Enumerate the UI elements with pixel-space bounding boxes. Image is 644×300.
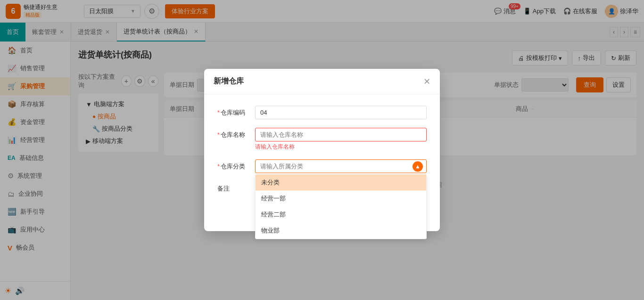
dropdown-item-0[interactable]: 未分类 bbox=[256, 175, 426, 191]
modal-close-btn[interactable]: ✕ bbox=[423, 77, 430, 86]
dropdown-item-1[interactable]: 经营一部 bbox=[256, 191, 426, 207]
code-field-row: 仓库编码 bbox=[217, 106, 427, 119]
name-field-row: 仓库名称 请输入仓库名称 bbox=[217, 128, 427, 151]
dropdown-item-2[interactable]: 经营二部 bbox=[256, 207, 426, 223]
category-control: ▲ 未分类 经营一部 经营二部 物业部 bbox=[255, 159, 427, 173]
category-dropdown-btn[interactable]: ▲ bbox=[413, 161, 423, 172]
modal-body: 仓库编码 仓库名称 请输入仓库名称 仓库分类 ▲ bbox=[204, 94, 440, 195]
name-label: 仓库名称 bbox=[217, 128, 255, 139]
modal-header: 新增仓库 ✕ bbox=[204, 69, 440, 94]
code-input[interactable] bbox=[255, 106, 427, 119]
name-error-msg: 请输入仓库名称 bbox=[255, 143, 427, 151]
category-input[interactable] bbox=[255, 159, 427, 173]
category-field-row: 仓库分类 ▲ 未分类 经营一部 经营二部 物业部 bbox=[217, 159, 427, 173]
dropdown-item-3[interactable]: 物业部 bbox=[256, 223, 426, 239]
name-input[interactable] bbox=[255, 128, 427, 142]
code-label: 仓库编码 bbox=[217, 106, 255, 117]
category-dropdown: 未分类 经营一部 经营二部 物业部 bbox=[255, 174, 427, 239]
code-control bbox=[255, 106, 427, 119]
modal-title: 新增仓库 bbox=[214, 76, 244, 86]
modal-overlay: 新增仓库 ✕ 仓库编码 仓库名称 请输入仓库名称 仓库分类 bbox=[0, 0, 644, 300]
new-warehouse-modal: 新增仓库 ✕ 仓库编码 仓库名称 请输入仓库名称 仓库分类 bbox=[204, 69, 440, 231]
notes-label: 备注 bbox=[217, 182, 255, 193]
name-control: 请输入仓库名称 bbox=[255, 128, 427, 151]
category-label: 仓库分类 bbox=[217, 159, 255, 171]
